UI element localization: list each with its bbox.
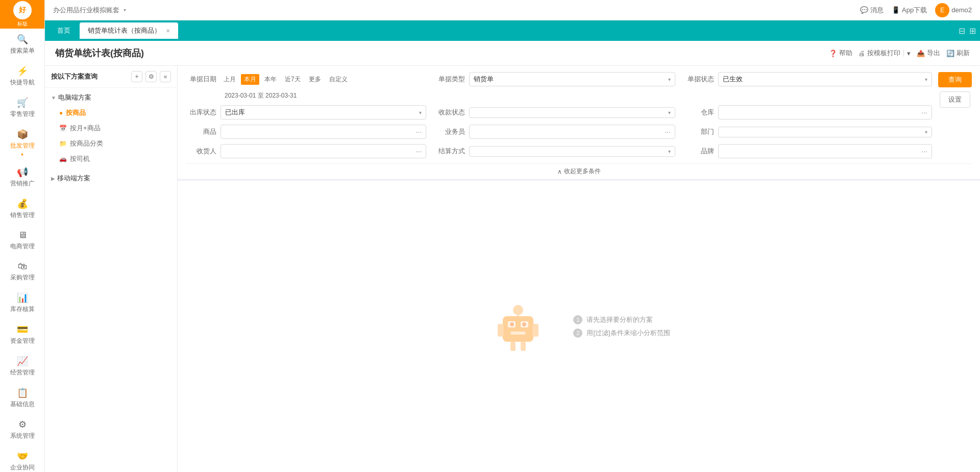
doc-status-select[interactable]: 已生效 ▾ bbox=[718, 72, 932, 86]
active-scheme-icon: ● bbox=[59, 109, 63, 116]
svg-point-10 bbox=[510, 322, 514, 326]
dept-select[interactable]: ▾ bbox=[718, 127, 932, 137]
scheme-section-mobile: ▶ 移动端方案 bbox=[45, 169, 177, 188]
scheme-item-by-category[interactable]: 📁 按商品分类 bbox=[45, 136, 177, 151]
scheme-item-by-cashier[interactable]: 🚗 按司机 bbox=[45, 151, 177, 167]
doc-type-select[interactable]: 销货单 ▾ bbox=[469, 72, 675, 86]
messages-btn[interactable]: 💬 消息 bbox=[860, 6, 884, 15]
settings-button[interactable]: 设置 bbox=[940, 91, 970, 108]
sidebar-item-enterprise[interactable]: 🤝 企业协同 bbox=[0, 445, 44, 472]
export-label: 导出 bbox=[927, 49, 940, 58]
avatar: E bbox=[935, 3, 949, 17]
sidebar-item-basic[interactable]: 📋 基础信息 bbox=[0, 382, 44, 414]
expand-icon: ▼ bbox=[51, 95, 56, 101]
main-content: 按以下方案查询 + ⚙ « bbox=[45, 66, 980, 472]
empty-tip-2: 2 用[过滤]条件来缩小分析范围 bbox=[573, 328, 670, 338]
warehouse-dots: ··· bbox=[921, 108, 927, 116]
product-filter: 商品 ··· bbox=[186, 125, 434, 139]
receipt-status-filter: 收款状态 ▾ bbox=[434, 105, 683, 120]
right-content: 单据日期 上月 本月 本年 近7天 更多 自定义 bbox=[178, 66, 980, 472]
topbar-right: 💬 消息 📱 App下载 E demo2 bbox=[860, 3, 972, 17]
date-tab-last-month[interactable]: 上月 bbox=[220, 74, 239, 85]
sidebar-item-label: 系统管理 bbox=[10, 432, 35, 440]
doc-status-dropdown-icon: ▾ bbox=[925, 77, 927, 82]
username: demo2 bbox=[951, 6, 972, 14]
scheme-section-pc-header[interactable]: ▼ 电脑端方案 bbox=[45, 90, 177, 105]
workspace-dropdown-icon[interactable]: ▾ bbox=[124, 7, 126, 13]
tabbar-right: ⊟ ⊞ bbox=[959, 26, 976, 36]
brand-input[interactable]: ··· bbox=[718, 144, 932, 158]
doc-type-label: 单据类型 bbox=[434, 75, 469, 84]
date-tab-more[interactable]: 更多 bbox=[306, 74, 324, 85]
template-dropdown-icon[interactable]: ▾ bbox=[907, 50, 911, 57]
refresh-label: 刷新 bbox=[957, 49, 970, 58]
salesperson-input[interactable]: ··· bbox=[469, 125, 675, 139]
section-label: 移动端方案 bbox=[57, 174, 171, 183]
sidebar-item-retail[interactable]: 🛒 零售管理 bbox=[0, 92, 44, 124]
date-tab-last-7-days[interactable]: 近7天 bbox=[282, 74, 304, 85]
add-scheme-btn[interactable]: + bbox=[131, 71, 142, 82]
date-tab-custom[interactable]: 自定义 bbox=[326, 74, 351, 85]
basic-icon: 📋 bbox=[17, 387, 28, 398]
scheme-section-pc: ▼ 电脑端方案 ● 按商品 📅 按月+商品 📁 按商品分类 bbox=[45, 88, 177, 169]
date-tab-this-year[interactable]: 本年 bbox=[261, 74, 280, 85]
payment-select[interactable]: ▾ bbox=[469, 146, 675, 157]
sidebar-item-label: 营销推广 bbox=[10, 179, 35, 188]
tab-home[interactable]: 首页 bbox=[49, 22, 79, 39]
tab-sales-stat[interactable]: 销货单统计表（按商品） ✕ bbox=[80, 22, 178, 39]
refresh-btn[interactable]: 🔄 刷新 bbox=[946, 49, 970, 58]
tab-close-icon[interactable]: ✕ bbox=[166, 28, 170, 34]
date-tab-this-month[interactable]: 本月 bbox=[241, 74, 259, 85]
user-menu[interactable]: E demo2 bbox=[935, 3, 972, 17]
sidebar-item-purchase[interactable]: 🛍 采购管理 bbox=[0, 256, 44, 287]
tab-maximize-icon[interactable]: ⊞ bbox=[969, 26, 976, 36]
sidebar-item-marketing[interactable]: 📢 营销推广 bbox=[0, 161, 44, 193]
settings-icon: ⚙ bbox=[149, 73, 154, 80]
sidebar-item-operations[interactable]: 📈 经营管理 bbox=[0, 350, 44, 382]
sidebar-item-ecommerce[interactable]: 🖥 电商管理 bbox=[0, 225, 44, 256]
scheme-settings-btn[interactable]: ⚙ bbox=[145, 71, 157, 82]
query-button[interactable]: 查询 bbox=[938, 72, 972, 87]
sidebar-item-wholesale[interactable]: 📦 批发管理 bbox=[0, 124, 44, 161]
collapse-icon: « bbox=[164, 73, 167, 80]
scheme-item-label: 按司机 bbox=[70, 154, 90, 163]
system-icon: ⚙ bbox=[18, 419, 27, 430]
print-icon: 🖨 bbox=[859, 50, 865, 57]
logo[interactable]: 好 标版 bbox=[0, 0, 44, 29]
logo-text: 标版 bbox=[17, 20, 28, 28]
empty-tip-1: 1 请先选择要分析的方案 bbox=[573, 315, 670, 324]
sidebar-item-inventory[interactable]: 📊 库存核算 bbox=[0, 287, 44, 319]
scheme-item-icon: 📁 bbox=[59, 140, 67, 147]
product-input[interactable]: ··· bbox=[220, 125, 426, 139]
app-download-label: App下载 bbox=[902, 6, 927, 15]
payment-dropdown-icon: ▾ bbox=[668, 149, 671, 154]
collapse-label: 收起更多条件 bbox=[564, 167, 601, 176]
sidebar-item-system[interactable]: ⚙ 系统管理 bbox=[0, 414, 44, 445]
sidebar-item-label: 企业协同 bbox=[10, 463, 35, 472]
sidebar-item-search-menu[interactable]: 🔍 搜索菜单 bbox=[0, 29, 44, 60]
recipient-input[interactable]: ··· bbox=[220, 144, 426, 158]
out-status-select[interactable]: 已出库 ▾ bbox=[220, 105, 426, 120]
scheme-item-by-product[interactable]: ● 按商品 bbox=[45, 105, 177, 121]
left-panel: 按以下方案查询 + ⚙ « bbox=[45, 66, 178, 472]
doc-status-label: 单据状态 bbox=[683, 75, 718, 84]
doc-status-filter: 单据状态 已生效 ▾ bbox=[683, 72, 932, 86]
export-btn[interactable]: 📤 导出 bbox=[917, 49, 940, 58]
receipt-status-select[interactable]: ▾ bbox=[469, 107, 675, 118]
sidebar-item-finance[interactable]: 💳 资金管理 bbox=[0, 319, 44, 350]
sidebar-item-label: 采购管理 bbox=[10, 273, 35, 282]
sidebar-item-sales[interactable]: 💰 销售管理 bbox=[0, 193, 44, 225]
app-download-btn[interactable]: 📱 App下载 bbox=[892, 6, 927, 15]
retail-icon: 🛒 bbox=[17, 97, 28, 108]
help-btn[interactable]: ❓ 帮助 bbox=[829, 49, 852, 58]
tab-minimize-icon[interactable]: ⊟ bbox=[959, 26, 965, 36]
collapse-panel-btn[interactable]: « bbox=[160, 71, 171, 82]
filter-section: 单据日期 上月 本月 本年 近7天 更多 自定义 bbox=[178, 66, 980, 179]
scheme-item-by-month-product[interactable]: 📅 按月+商品 bbox=[45, 121, 177, 136]
svg-point-8 bbox=[513, 305, 523, 315]
warehouse-input[interactable]: ··· bbox=[718, 105, 932, 120]
template-print-btn[interactable]: 🖨 按模板打印 ▾ bbox=[859, 49, 911, 58]
collapse-bar[interactable]: ∧ 收起更多条件 bbox=[186, 163, 972, 179]
scheme-section-mobile-header[interactable]: ▶ 移动端方案 bbox=[45, 171, 177, 186]
sidebar-item-quick-nav[interactable]: ⚡ 快捷导航 bbox=[0, 60, 44, 92]
